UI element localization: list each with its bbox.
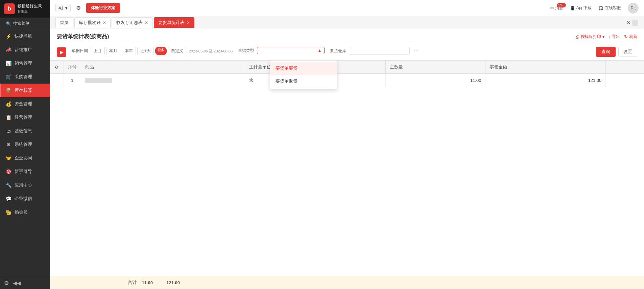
sidebar-item-guide[interactable]: 🎯 新手引导	[0, 165, 50, 178]
type-input[interactable]	[260, 48, 317, 53]
table-settings-icon: ⚙	[55, 65, 59, 70]
footer-quantity: 11.00	[139, 280, 166, 285]
sidebar-item-purchase[interactable]: 🛒 采购管理	[0, 70, 50, 84]
filter-expand-btn[interactable]: ▶	[57, 47, 66, 57]
tab-close-receipt-summary[interactable]: ✕	[145, 20, 148, 25]
phone-icon: 📱	[570, 6, 575, 10]
tab-close-all-icon[interactable]: ✕	[626, 19, 630, 26]
date-buttons: 上月 本月 本年 近7天 很多 自定义	[91, 47, 186, 55]
sidebar-item-vip[interactable]: 👑 畅会员	[0, 205, 50, 219]
date-hot-badge: 很多	[155, 47, 167, 55]
sidebar-item-system[interactable]: ⚙ 系统管理	[0, 138, 50, 151]
row-goods-cell	[81, 74, 245, 87]
date-btn-custom[interactable]: 自定义	[168, 47, 186, 55]
tab-expand-icon[interactable]: ⬜	[632, 19, 639, 26]
row-extra-cell	[606, 74, 644, 87]
service-icon: 🎧	[598, 6, 603, 10]
header-settings-icon[interactable]: ⚙	[76, 5, 81, 11]
col-no-header: 序号	[64, 61, 81, 74]
date-btn-7days[interactable]: 近7天	[137, 47, 154, 55]
page-header: 要货单统计表(按商品) 🖨 按模板打印 ▾ ↓ 导出 ↻ 刷新	[50, 29, 644, 43]
tab-receipt-summary[interactable]: 收发存汇总表 ✕	[112, 17, 152, 28]
sidebar-item-finance[interactable]: 💰 资金管理	[0, 97, 50, 111]
date-range-display: 2023-05-06 至 2023-06-06	[189, 49, 233, 54]
sidebar-item-enterprise[interactable]: 🤝 企业协同	[0, 151, 50, 165]
message-icon: ✉	[550, 6, 554, 10]
sidebar-bottom: ⚙ ◀◀	[0, 277, 50, 289]
row-no-cell: 1	[64, 74, 81, 87]
sidebar-item-marketing[interactable]: 📣 营销推广	[0, 43, 50, 57]
col-quantity-header: 主数量	[385, 61, 485, 74]
page-actions: 🖨 按模板打印 ▾ ↓ 导出 ↻ 刷新	[575, 34, 638, 40]
date-btn-last-month[interactable]: 上月	[91, 47, 105, 55]
logo-sub: 标准版	[18, 9, 42, 14]
store-num: 41	[58, 5, 63, 10]
logo-name: 畅捷通好生意	[18, 4, 42, 9]
col-settings-header[interactable]: ⚙	[50, 61, 64, 74]
trial-btn[interactable]: 体验行业方案	[86, 3, 120, 13]
filter-more-icon[interactable]: ···	[414, 48, 418, 54]
sidebar-item-basic[interactable]: 🗂 基础信息	[0, 124, 50, 138]
tabs-bar: 首页 库存批次账 ✕ 收发存汇总表 ✕ 要货单统计表 ✕ ✕ ⬜	[50, 16, 644, 29]
tab-expand: ✕ ⬜	[626, 19, 639, 26]
dropdown-item-order-goods[interactable]: 要货单要货	[270, 62, 337, 75]
date-filter-group: 单据日期 上月 本月 本年 近7天 很多 自定义 2023-05-06 至 20…	[72, 47, 233, 55]
header: 41 ▾ ⚙ 体验行业方案 ✉ 消息 99+ 📱 App下载 🎧 在线客服 Ri…	[50, 0, 644, 16]
print-btn[interactable]: 🖨 按模板打印 ▾	[575, 34, 604, 40]
refresh-btn[interactable]: ↻ 刷新	[624, 34, 637, 40]
sidebar-item-sales[interactable]: 📊 销售管理	[0, 57, 50, 70]
app-download-btn[interactable]: 📱 App下载	[570, 5, 592, 11]
type-arrow-up-icon[interactable]: ▲	[317, 48, 321, 53]
export-btn[interactable]: ↓ 导出	[609, 34, 620, 40]
messages-badge: 99+	[557, 3, 566, 7]
sidebar-item-wechat[interactable]: 💬 企业微信	[0, 192, 50, 205]
basic-icon: 🗂	[5, 128, 12, 134]
type-input-wrapper[interactable]: ▲	[257, 47, 325, 54]
footer-amount: 121.00	[166, 280, 193, 285]
tab-inventory-batch[interactable]: 库存批次账 ✕	[74, 17, 111, 28]
footer-label: 合计	[128, 280, 139, 286]
page-title: 要货单统计表(按商品)	[57, 33, 109, 40]
filter-action-buttons: 查询 设置	[596, 47, 637, 57]
sidebar-logo: b 畅捷通好生意 标准版	[0, 0, 50, 18]
enterprise-icon: 🤝	[5, 155, 12, 161]
sidebar-item-quick-nav[interactable]: ⚡ 快捷导航	[0, 29, 50, 43]
query-button[interactable]: 查询	[596, 47, 616, 57]
print-icon: 🖨	[575, 34, 579, 39]
header-right: ✉ 消息 99+ 📱 App下载 🎧 在线客服 Rit	[550, 3, 639, 14]
sidebar-item-operation[interactable]: 📋 经营管理	[0, 111, 50, 124]
filter-settings-button[interactable]: 设置	[618, 47, 637, 57]
tab-close-inventory-batch[interactable]: ✕	[103, 20, 106, 25]
type-filter-label: 单据类型	[238, 48, 254, 53]
store-dropdown-icon: ▾	[65, 5, 68, 10]
warehouse-filter-group: 要货仓库 ···	[330, 47, 418, 55]
bottom-settings-icon[interactable]: ⚙	[4, 280, 9, 286]
sidebar-search[interactable]: 🔍 搜索菜单	[0, 18, 50, 29]
col-goods-header: 商品	[81, 61, 245, 74]
quick-nav-icon: ⚡	[5, 33, 12, 40]
marketing-icon: 📣	[5, 46, 12, 53]
expand-icon: ▶	[60, 49, 64, 55]
messages-btn[interactable]: ✉ 消息 99+	[550, 5, 563, 11]
wechat-icon: 💬	[5, 195, 12, 202]
col-extra-header	[606, 61, 644, 74]
date-btn-this-month[interactable]: 本月	[106, 47, 120, 55]
tab-home[interactable]: 首页	[55, 17, 73, 28]
dropdown-item-order-return[interactable]: 要货单退货	[270, 75, 337, 88]
user-avatar[interactable]: Rit	[628, 3, 639, 14]
inventory-icon: 📦	[5, 87, 12, 94]
sales-icon: 📊	[5, 60, 12, 67]
online-service-btn[interactable]: 🎧 在线客服	[598, 5, 621, 11]
table-footer: 合计 11.00 121.00	[50, 276, 644, 289]
date-btn-this-year[interactable]: 本年	[122, 47, 136, 55]
tab-order-stats[interactable]: 要货单统计表 ✕	[154, 17, 194, 28]
bottom-collapse-icon[interactable]: ◀◀	[13, 280, 21, 286]
tab-close-order-stats[interactable]: ✕	[187, 20, 190, 25]
store-selector[interactable]: 41 ▾	[55, 4, 71, 12]
row-amount-cell: 121.00	[485, 74, 606, 87]
sidebar-item-inventory[interactable]: 📦 库存核算	[0, 84, 50, 97]
type-dropdown-menu: 要货单要货 要货单退货	[270, 60, 337, 89]
table-body: 1 块 11.00 121.00	[50, 74, 644, 87]
sidebar-item-appstore[interactable]: 🔧 应用中心	[0, 178, 50, 192]
warehouse-input[interactable]	[349, 47, 410, 55]
